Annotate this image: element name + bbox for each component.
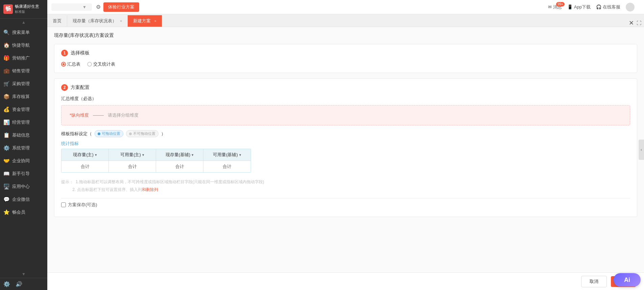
- radio-cross[interactable]: 交叉统计表: [87, 61, 115, 67]
- sidebar-item-label: 库存核算: [12, 94, 30, 100]
- chat-icon: 💬: [3, 196, 9, 202]
- step2-num: 2: [61, 84, 68, 91]
- dimension-label: 汇总维度（必选）: [61, 96, 630, 102]
- stat-col-header-1[interactable]: 可用量(主) ▾: [109, 149, 156, 161]
- stat-col-label-1: 可用量(主): [120, 152, 141, 158]
- step1-card: 1 选择模板 汇总表 交叉统计表: [54, 44, 637, 73]
- content-area: 现存量(库存状况表)方案设置 1 选择模板 汇总表 交叉统计表 2: [47, 27, 644, 272]
- list-icon: 📋: [3, 132, 9, 138]
- sidebar-item-search[interactable]: 🔍 搜索菜单: [0, 26, 47, 39]
- right-panel-toggle[interactable]: ‹: [639, 140, 644, 160]
- stat-col-header-2[interactable]: 现存量(基辅) ▾: [156, 149, 203, 161]
- sidebar-item-operation[interactable]: 📊 经营管理: [0, 116, 47, 129]
- draggable-dot: [98, 132, 100, 135]
- stat-col-label-3: 可用量(基辅): [213, 152, 238, 158]
- cancel-button[interactable]: 取消: [581, 276, 607, 287]
- sidebar-item-label: 新手引导: [12, 171, 30, 177]
- stat-body-col-2: 合计: [156, 161, 203, 172]
- search-input-area[interactable]: ▼: [51, 3, 92, 11]
- speaker-icon[interactable]: 🔊: [16, 281, 22, 287]
- sidebar-item-label: 搜索菜单: [12, 29, 30, 35]
- save-checkbox[interactable]: [61, 202, 66, 207]
- stat-body-col-3: 合计: [203, 161, 251, 172]
- sidebar: 畅 畅康通好生意 标准版 ▲ 🔍 搜索菜单 🏠 快捷导航 🎁 营销推广 💼 销售…: [0, 0, 47, 290]
- sidebar-item-quick-nav[interactable]: 🏠 快捷导航: [0, 39, 47, 52]
- dim-required-text: *纵向维度: [70, 112, 89, 118]
- message-badge: 99+: [556, 2, 565, 6]
- radio-summary[interactable]: 汇总表: [61, 61, 80, 67]
- sidebar-item-label: 资金管理: [12, 106, 30, 113]
- sidebar-item-member[interactable]: ⭐ 畅会员: [0, 206, 47, 219]
- sidebar-item-label: 企业协同: [12, 158, 30, 164]
- tabbar: 首页 现存量（库存状况表） × 新建方案 × ✕ ⛶: [47, 14, 644, 27]
- chevron-down-icon-1[interactable]: ▾: [142, 153, 144, 157]
- page-title: 现存量(库存状况表)方案设置: [54, 32, 637, 39]
- draggable-tag[interactable]: 可拖动位置: [95, 130, 123, 137]
- app-name: 畅康通好生意: [15, 4, 39, 9]
- gift-icon: 🎁: [3, 55, 9, 61]
- panel-expand-btn[interactable]: ⛶: [637, 20, 641, 26]
- stat-col-header-0[interactable]: 现存量(主) ▾: [61, 149, 109, 161]
- sidebar-item-wechat[interactable]: 💬 企业微信: [0, 193, 47, 206]
- stat-body-col-1: 合计: [109, 161, 156, 172]
- sidebar-item-label: 基础信息: [12, 132, 30, 138]
- service-btn[interactable]: 🎧 在线客服: [596, 4, 620, 10]
- sidebar-item-finance[interactable]: 💰 资金管理: [0, 103, 47, 116]
- step1-header: 1 选择模板: [61, 50, 630, 56]
- sidebar-item-label: 经营管理: [12, 119, 30, 125]
- toggle-arrow-icon: ‹: [641, 147, 642, 152]
- cart-icon: 🛒: [3, 81, 9, 87]
- tab-new-plan[interactable]: 新建方案 ×: [128, 15, 162, 27]
- money-icon: 💰: [3, 106, 9, 113]
- handshake-icon: 🤝: [3, 158, 9, 164]
- search-input[interactable]: [54, 5, 81, 9]
- topbar-gear-icon[interactable]: ⚙: [96, 4, 101, 10]
- template-radio-group: 汇总表 交叉统计表: [61, 61, 630, 67]
- app-logo-icon: 畅: [3, 4, 13, 14]
- sidebar-item-inventory[interactable]: 📦 库存核算: [0, 90, 47, 103]
- sidebar-item-purchase[interactable]: 🛒 采购管理: [0, 77, 47, 90]
- chevron-down-icon-3[interactable]: ▾: [239, 153, 241, 157]
- sidebar-item-marketing[interactable]: 🎁 营销推广: [0, 52, 47, 65]
- tab-inventory-close[interactable]: ×: [120, 19, 122, 23]
- step2-card: 2 方案配置 汇总维度（必选） *纵向维度 —— 请选择分组维度 模板指标设定（…: [54, 78, 637, 217]
- tab-inventory-status[interactable]: 现存量（库存状况表） ×: [67, 15, 128, 27]
- scroll-down-icon[interactable]: ▼: [22, 272, 26, 276]
- indicator-label-end: ）: [161, 131, 166, 137]
- tab-home[interactable]: 首页: [47, 15, 67, 27]
- settings-icon[interactable]: ⚙️: [3, 281, 10, 287]
- industry-btn[interactable]: 体验行业方案: [103, 2, 139, 12]
- sidebar-item-label: 采购管理: [12, 81, 30, 87]
- fixed-tag: 不可拖动位置: [126, 130, 158, 137]
- dropdown-icon[interactable]: ▼: [82, 5, 86, 9]
- chevron-down-icon-0[interactable]: ▾: [95, 153, 97, 157]
- radio-circle-summary: [61, 62, 66, 67]
- sidebar-item-cooperation[interactable]: 🤝 企业协同: [0, 154, 47, 167]
- message-icon: ✉: [548, 4, 552, 9]
- chevron-down-icon-2[interactable]: ▾: [192, 153, 194, 157]
- stat-table-header: 现存量(主) ▾ 可用量(主) ▾ 现存量(基辅) ▾ 可用量(基辅) ▾: [61, 149, 251, 161]
- message-btn[interactable]: ✉ 消息 99+: [548, 4, 562, 10]
- sidebar-item-basic-info[interactable]: 📋 基础信息: [0, 129, 47, 142]
- stat-table-body: 合计 合计 合计 合计: [61, 161, 251, 172]
- sidebar-item-sales[interactable]: 💼 销售管理: [0, 65, 47, 77]
- stat-col-header-3[interactable]: 可用量(基辅) ▾: [203, 149, 251, 161]
- sidebar-item-app-center[interactable]: 🖥️ 应用中心: [0, 180, 47, 193]
- footer-bar: 取消 查询: [47, 272, 644, 290]
- tip1: 提示： 1.拖动标题栏可以调整布局，不可跨维度或指标区域拖动栏目字段(只能在同一…: [61, 179, 630, 185]
- scroll-up-icon[interactable]: ▲: [22, 20, 26, 25]
- app-download-btn[interactable]: 📱 App下载: [567, 4, 591, 10]
- dimension-selector[interactable]: *纵向维度 —— 请选择分组维度: [61, 105, 630, 125]
- star-icon: ⭐: [3, 209, 9, 215]
- panel-close-btn[interactable]: ✕: [629, 19, 634, 27]
- tab-new-close[interactable]: ×: [154, 19, 156, 23]
- sidebar-item-system[interactable]: ⚙️ 系统管理: [0, 142, 47, 154]
- avatar[interactable]: [626, 3, 635, 11]
- sidebar-item-label: 畅会员: [12, 209, 25, 215]
- draggable-tag-label: 可拖动位置: [102, 131, 120, 136]
- main-area: ▼ ⚙ 体验行业方案 ✉ 消息 99+ 📱 App下载 🎧 在线客服: [47, 0, 644, 290]
- gear-icon: ⚙️: [3, 145, 9, 151]
- sidebar-item-newbie[interactable]: 📖 新手引导: [0, 167, 47, 180]
- tips-section: 提示： 1.拖动标题栏可以调整布局，不可跨维度或指标区域拖动栏目字段(只能在同一…: [61, 179, 630, 193]
- ai-bubble[interactable]: Ai: [614, 273, 641, 287]
